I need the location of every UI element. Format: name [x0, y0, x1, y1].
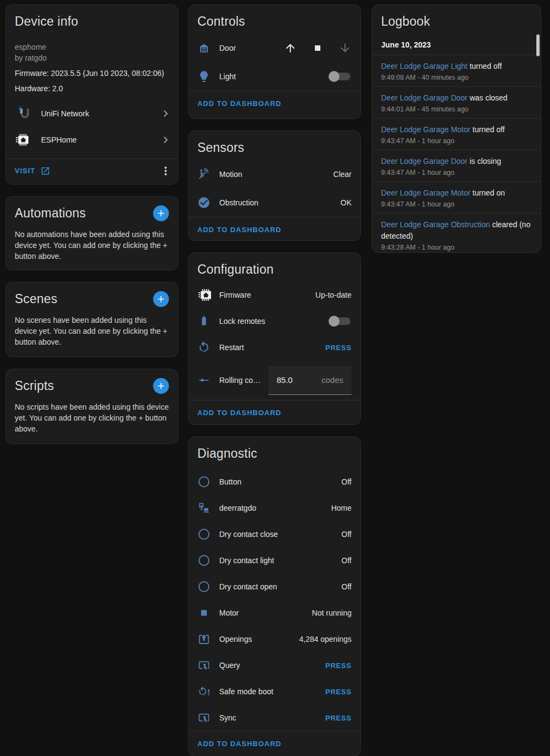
dry-contact-light-label: Dry contact light [219, 556, 342, 565]
button-label: Button [219, 477, 342, 486]
scenes-card: Scenes No scenes have been added using t… [5, 282, 178, 357]
safe-mode-boot-label: Safe mode boot [219, 687, 325, 696]
lock-remotes-row[interactable]: Lock remotes [189, 308, 360, 334]
motion-row[interactable]: Motion Clear [189, 160, 360, 188]
tap-button-icon [197, 659, 210, 672]
integration-row-esphome[interactable]: ESPHome [6, 127, 178, 153]
add-automation-button[interactable] [153, 205, 169, 221]
entity-link[interactable]: Deer Lodge Garage Door [381, 157, 467, 166]
rolling-code-label: Rolling co… [219, 376, 260, 385]
entity-link[interactable]: Deer Lodge Garage Motor [381, 125, 470, 134]
configuration-add-to-dashboard-button[interactable]: ADD TO DASHBOARD [197, 409, 282, 417]
dry-contact-close-state: Off [342, 530, 352, 539]
obstruction-label: Obstruction [219, 198, 341, 207]
logbook-entry: Deer Lodge Garage Obstruction cleared (n… [372, 213, 541, 253]
light-row[interactable]: Light [189, 62, 360, 91]
entity-link[interactable]: Deer Lodge Garage Light [381, 62, 467, 70]
sensors-card: Sensors Motion Clear Obstruction OK ADD … [188, 131, 361, 241]
add-scene-button[interactable] [153, 291, 169, 307]
controls-add-to-dashboard-button[interactable]: ADD TO DASHBOARD [197, 99, 282, 108]
dry-contact-light-row[interactable]: Dry contact light Off [189, 547, 360, 574]
button-state: Off [342, 477, 352, 486]
entry-action: is closing [470, 157, 501, 166]
entry-time: 9:49:08 AM - 40 minutes ago [381, 74, 532, 81]
plus-icon [156, 208, 166, 218]
restart-alert-icon [197, 685, 210, 698]
automations-title: Automations [15, 206, 86, 221]
garage-icon [197, 42, 210, 55]
light-toggle[interactable] [329, 70, 352, 82]
integration-label: UniFi Network [41, 109, 159, 118]
esphome-chip-icon [197, 287, 214, 303]
controls-card: Controls Door Light ADD TO DASHBOARD [188, 4, 361, 119]
configuration-title: Configuration [189, 253, 360, 282]
entity-link[interactable]: Deer Lodge Garage Obstruction [381, 220, 490, 229]
dry-contact-open-row[interactable]: Dry contact open Off [189, 574, 360, 600]
sensors-add-to-dashboard-button[interactable]: ADD TO DASHBOARD [197, 226, 282, 234]
visit-button[interactable]: VISIT [15, 166, 50, 176]
safe-mode-boot-row[interactable]: Safe mode boot PRESS [189, 678, 360, 705]
circle-outline-icon [197, 475, 210, 488]
door-open-button[interactable] [284, 42, 297, 55]
integration-label: ESPHome [41, 135, 159, 144]
esphome-logo-icon [15, 132, 31, 148]
sync-row[interactable]: Sync PRESS [189, 705, 360, 731]
query-press-button[interactable]: PRESS [325, 662, 352, 670]
restart-label: Restart [219, 343, 325, 352]
add-script-button[interactable] [153, 378, 169, 394]
configuration-card: Configuration Firmware Up-to-date Lock r… [188, 252, 361, 425]
restart-press-button[interactable]: PRESS [325, 344, 352, 352]
query-label: Query [219, 661, 325, 670]
device-name: esphome [15, 42, 169, 52]
dry-contact-close-row[interactable]: Dry contact close Off [189, 521, 360, 547]
sensors-title: Sensors [189, 131, 360, 160]
circle-outline-icon [197, 528, 210, 541]
logbook-scrollbar[interactable] [536, 34, 540, 56]
rolling-code-input[interactable]: 85.0 codes [268, 366, 352, 395]
square-icon [197, 606, 210, 619]
entry-action: turned on [472, 188, 505, 197]
entity-link[interactable]: Deer Lodge Garage Motor [381, 188, 470, 197]
restart-row[interactable]: Restart PRESS [189, 334, 360, 361]
device-manufacturer: by ratgdo [15, 52, 169, 63]
slider-icon [197, 374, 210, 387]
deerratgdo-row[interactable]: deerratgdo Home [189, 495, 360, 521]
openings-label: Openings [219, 635, 299, 643]
entry-time: 9:43:47 AM - 1 hour ago [381, 200, 532, 208]
device-info-card: Device info esphome by ratgdo Firmware: … [5, 4, 178, 185]
door-stop-button[interactable] [312, 43, 323, 54]
entity-link[interactable]: Deer Lodge Garage Door [381, 93, 467, 102]
rolling-code-row[interactable]: Rolling co… 85.0 codes [189, 361, 360, 400]
door-row[interactable]: Door [189, 34, 360, 62]
integration-row-unifi[interactable]: UniFi Network [6, 101, 178, 127]
scenes-empty-text: No scenes have been added using this dev… [6, 310, 178, 357]
diagnostic-card: Diagnostic Button Off deerratgdo Home Dr… [188, 436, 361, 756]
button-row[interactable]: Button Off [189, 469, 360, 495]
overflow-menu-icon[interactable] [159, 164, 172, 178]
dry-contact-light-state: Off [342, 556, 352, 565]
arrow-up-icon [284, 42, 297, 55]
openings-row[interactable]: Openings 4,284 openings [189, 626, 360, 652]
open-in-new-icon [40, 166, 50, 176]
stop-icon [312, 43, 323, 54]
controls-title: Controls [189, 5, 360, 34]
firmware-row[interactable]: Firmware Up-to-date [189, 282, 360, 308]
firmware-label: Firmware [219, 291, 315, 299]
firmware-line: Firmware: 2023.5.5 (Jun 10 2023, 08:02:0… [6, 63, 178, 79]
entry-action: turned off [470, 62, 502, 70]
door-close-button[interactable] [338, 42, 352, 55]
motion-sensor-icon [197, 168, 210, 181]
lock-remotes-toggle[interactable] [329, 315, 352, 327]
query-row[interactable]: Query PRESS [189, 652, 360, 678]
hardware-line: Hardware: 2.0 [6, 79, 178, 94]
restart-icon [197, 341, 210, 354]
diagnostic-add-to-dashboard-button[interactable]: ADD TO DASHBOARD [197, 740, 282, 748]
entry-action: was closed [470, 93, 507, 102]
logbook-date-header: June 10, 2023 [372, 34, 541, 55]
obstruction-row[interactable]: Obstruction OK [189, 188, 360, 217]
chevron-right-icon [159, 133, 172, 146]
safe-mode-boot-press-button[interactable]: PRESS [325, 688, 352, 696]
motor-row[interactable]: Motor Not running [189, 600, 360, 626]
lock-remotes-label: Lock remotes [219, 317, 329, 326]
sync-press-button[interactable]: PRESS [325, 714, 352, 722]
